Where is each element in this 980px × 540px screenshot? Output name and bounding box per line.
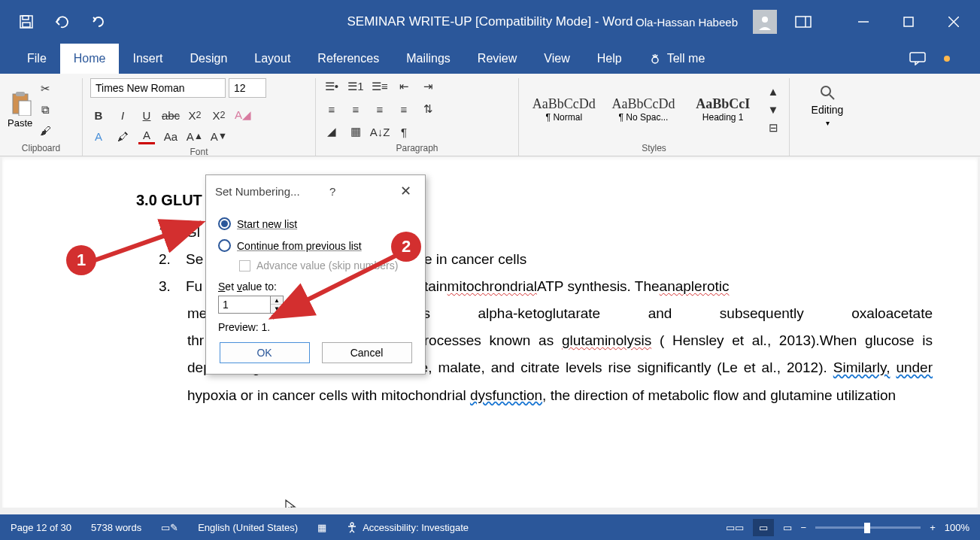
set-value-input[interactable] bbox=[218, 296, 271, 314]
clipboard-group-label: Clipboard bbox=[8, 141, 74, 156]
close-icon[interactable] bbox=[942, 11, 965, 33]
tab-help[interactable]: Help bbox=[584, 44, 636, 74]
bold-button[interactable]: B bbox=[90, 107, 107, 123]
print-layout-icon[interactable]: ▭ bbox=[753, 519, 774, 536]
set-numbering-dialog: Set Numbering... ? ✕ Start new list Cont… bbox=[205, 174, 426, 375]
svg-rect-7 bbox=[904, 17, 913, 26]
font-size-input[interactable] bbox=[229, 78, 266, 98]
copy-icon[interactable]: ⧉ bbox=[37, 102, 53, 118]
tell-me[interactable]: Tell me bbox=[636, 44, 719, 74]
ok-button[interactable]: OK bbox=[220, 342, 310, 363]
style-normal[interactable]: AaBbCcDd ¶ Normal bbox=[526, 84, 602, 135]
tab-insert[interactable]: Insert bbox=[119, 44, 176, 74]
change-case-icon[interactable]: Aa bbox=[162, 128, 179, 144]
zoom-out-icon[interactable]: − bbox=[801, 522, 807, 533]
styles-row-down-icon[interactable]: ▼ bbox=[765, 102, 781, 118]
decrease-indent-icon[interactable]: ⇤ bbox=[396, 78, 412, 95]
strikethrough-button[interactable]: abc bbox=[162, 107, 179, 123]
svg-point-18 bbox=[821, 86, 830, 96]
user-name: Ola-Hassan Habeeb bbox=[636, 16, 738, 29]
close-icon[interactable]: ✕ bbox=[396, 181, 416, 201]
subscript-button[interactable]: X2 bbox=[187, 107, 203, 123]
tab-review[interactable]: Review bbox=[464, 44, 530, 74]
display-options-icon[interactable] bbox=[792, 11, 815, 33]
spin-up-icon[interactable]: ▲ bbox=[271, 296, 283, 305]
save-icon[interactable] bbox=[15, 11, 38, 33]
borders-icon[interactable]: ▦ bbox=[347, 123, 364, 140]
page-indicator[interactable]: Page 12 of 30 bbox=[11, 522, 71, 533]
grow-font-icon[interactable]: A▲ bbox=[187, 128, 203, 144]
multilevel-icon[interactable]: ☰≡ bbox=[372, 78, 388, 95]
notification-dot[interactable] bbox=[944, 56, 950, 62]
highlight-icon[interactable]: 🖍 bbox=[114, 128, 131, 144]
cut-icon[interactable]: ✂ bbox=[37, 80, 53, 97]
style-heading-1[interactable]: AaBbCcI Heading 1 bbox=[685, 84, 760, 135]
numbering-icon[interactable]: ☰1 bbox=[347, 78, 364, 95]
tab-references[interactable]: References bbox=[304, 44, 393, 74]
styles-expand-icon[interactable]: ⊟ bbox=[765, 120, 781, 136]
window-title: SEMINAR WRITE-UP [Compatibility Mode] - … bbox=[347, 14, 633, 29]
read-mode-icon[interactable]: ▭▭ bbox=[726, 522, 744, 533]
annotation-marker-1: 1 bbox=[66, 245, 96, 275]
text-effects-icon[interactable]: A bbox=[90, 128, 107, 144]
font-name-input[interactable] bbox=[90, 78, 226, 98]
maximize-icon[interactable] bbox=[897, 11, 920, 33]
bullets-icon[interactable]: ☰• bbox=[323, 78, 340, 95]
align-center-icon[interactable]: ≡ bbox=[347, 101, 364, 117]
macro-icon[interactable]: ▦ bbox=[317, 522, 326, 533]
format-painter-icon[interactable]: 🖌 bbox=[37, 123, 53, 139]
find-icon bbox=[819, 84, 836, 101]
spell-check-icon[interactable]: ▭✎ bbox=[161, 522, 178, 533]
undo-icon[interactable] bbox=[51, 11, 74, 33]
sort-icon[interactable]: A↓Z bbox=[372, 123, 388, 140]
svg-rect-1 bbox=[23, 16, 29, 20]
style-no-spacing[interactable]: AaBbCcDd ¶ No Spac... bbox=[606, 84, 681, 135]
font-color-icon[interactable]: A bbox=[138, 128, 155, 144]
shading-icon[interactable]: ◢ bbox=[323, 123, 340, 140]
tab-design[interactable]: Design bbox=[176, 44, 241, 74]
help-icon[interactable]: ? bbox=[329, 185, 335, 198]
ribbon: Paste ✂ ⧉ 🖌 Clipboard B I U abc X2 X2 bbox=[0, 74, 980, 156]
comments-icon[interactable] bbox=[906, 47, 929, 70]
zoom-slider[interactable] bbox=[815, 526, 921, 529]
zoom-in-icon[interactable]: + bbox=[930, 522, 936, 533]
shrink-font-icon[interactable]: A▼ bbox=[211, 128, 227, 144]
svg-line-19 bbox=[830, 95, 834, 99]
cancel-button[interactable]: Cancel bbox=[322, 342, 412, 363]
accessibility-indicator[interactable]: Accessibility: Investigate bbox=[346, 521, 469, 533]
zoom-level[interactable]: 100% bbox=[945, 522, 969, 533]
tab-view[interactable]: View bbox=[530, 44, 583, 74]
web-layout-icon[interactable]: ▭ bbox=[783, 522, 792, 533]
line-spacing-icon[interactable]: ⇅ bbox=[420, 101, 436, 117]
styles-row-up-icon[interactable]: ▲ bbox=[765, 83, 781, 100]
svg-rect-14 bbox=[910, 53, 925, 62]
align-right-icon[interactable]: ≡ bbox=[372, 101, 388, 117]
tab-home[interactable]: Home bbox=[60, 44, 120, 74]
paragraph-group-label: Paragraph bbox=[323, 141, 511, 156]
word-count[interactable]: 5738 words bbox=[91, 522, 141, 533]
tab-mailings[interactable]: Mailings bbox=[393, 44, 464, 74]
document-area[interactable]: 3.0 GLUT 1.Gl xxxxxxxxxxxxxxxxxxxxxxxds … bbox=[2, 157, 978, 508]
tab-layout[interactable]: Layout bbox=[241, 44, 304, 74]
radio-continue-list[interactable]: Continue from previous list bbox=[218, 235, 413, 256]
redo-icon[interactable] bbox=[87, 11, 110, 33]
show-marks-icon[interactable]: ¶ bbox=[396, 123, 412, 140]
svg-point-10 bbox=[652, 57, 658, 63]
underline-button[interactable]: U bbox=[138, 107, 155, 123]
tab-file[interactable]: File bbox=[14, 44, 60, 74]
spin-down-icon[interactable]: ▼ bbox=[271, 305, 283, 313]
paste-button[interactable]: Paste bbox=[8, 90, 32, 129]
italic-button[interactable]: I bbox=[114, 107, 131, 123]
superscript-button[interactable]: X2 bbox=[211, 107, 227, 123]
increase-indent-icon[interactable]: ⇥ bbox=[420, 78, 436, 95]
minimize-icon[interactable] bbox=[852, 11, 875, 33]
align-left-icon[interactable]: ≡ bbox=[323, 101, 340, 117]
clear-formatting-icon[interactable]: A◢ bbox=[235, 107, 251, 123]
clipboard-icon bbox=[9, 90, 32, 116]
editing-button[interactable]: Editing ▾ bbox=[797, 78, 857, 133]
checkbox-advance-value: Advance value (skip numbers) bbox=[218, 256, 413, 278]
radio-start-new-list[interactable]: Start new list bbox=[218, 213, 413, 235]
user-avatar[interactable] bbox=[753, 10, 777, 34]
justify-icon[interactable]: ≡ bbox=[396, 101, 412, 117]
language-indicator[interactable]: English (United States) bbox=[198, 522, 298, 533]
